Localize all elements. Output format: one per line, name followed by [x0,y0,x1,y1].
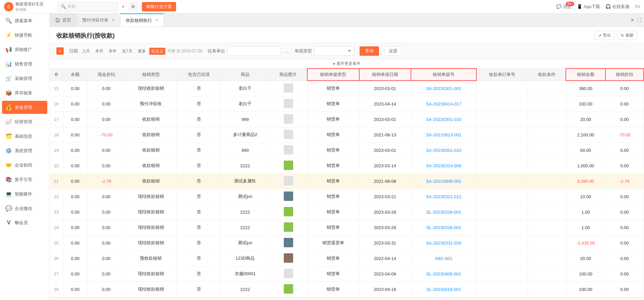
cell-doc-no[interactable]: SL-20230418-001 [411,282,476,297]
cell-doc-no[interactable]: SA-20230414-017 [411,96,476,112]
wechat-icon: 💬 [5,205,12,212]
cell-cash-discount: 0.00 [88,220,125,235]
cell-id: 22 [50,189,63,204]
cell-doc-no[interactable]: SL-20230328-001 [411,204,476,220]
cell-doc-no[interactable]: SA-20230321-012 [411,189,476,204]
voucher-type-label: 单据类型 [294,48,312,54]
settings-filter-button[interactable]: 设置 [384,46,402,56]
sidebar-item-inventory[interactable]: 📦 库存核算 [0,86,49,100]
cell-include-cleared: 否 [176,173,221,189]
quick-nav-icon: ⚡ [5,32,12,38]
message-badge: 99+ [566,2,574,6]
app-download-button[interactable]: 📱 App下载 [577,4,600,10]
cell-doc-no[interactable]: SA-20210813-001 [411,127,476,142]
cell-amount: 333.00 [566,96,605,112]
sidebar-item-label: 搜索菜单 [15,18,32,24]
cell-doc-no[interactable]: SA-20230301-010 [411,112,476,127]
filter-dots[interactable]: ... [283,48,289,54]
cell-doc-no[interactable]: SA-20230301-010 [411,142,476,158]
guide-icon: 📚 [5,176,12,183]
sidebar-item-purchase[interactable]: 🛒 采购管理 [0,71,49,86]
query-button[interactable]: 查询 [360,46,379,56]
cell-include-cleared: 否 [176,142,221,158]
cell-doc-no[interactable]: SL-20230328-002 [411,220,476,235]
voucher-type-select[interactable] [314,46,354,56]
date-opt-custom[interactable]: 自定义 [149,48,165,55]
cell-discount: -70.00 [605,127,644,142]
cell-product-img [269,282,307,297]
tab-prepayment[interactable]: 预付冲应付单 ✕ [77,13,120,27]
cell-order-no [476,96,528,112]
sidebar-item-label: 畅会员 [15,220,28,226]
sidebar-item-operations[interactable]: 📈 经营管理 [0,115,49,129]
sidebar-item-search[interactable]: 🔍 搜索菜单 [0,13,49,28]
cell-doc-type: 销货单 [307,204,359,220]
export-icon: ↗ [598,33,601,38]
search-bar[interactable]: 🔍 搜索 [58,2,118,11]
date-label: 日期 [69,48,78,54]
sidebar-item-quicknav[interactable]: ⚡ 快捷导航 [0,28,49,42]
date-opt-more[interactable]: 更多 [136,48,148,55]
cell-id: 28 [50,282,63,297]
cell-product-img [269,127,307,142]
purchase-icon: 🛒 [5,75,12,82]
col-settings[interactable]: ⚙ [50,69,63,81]
cell-doc-no[interactable]: ABC-001 [411,251,476,266]
date-opt-thisyear[interactable]: 本年 [107,48,119,55]
refresh-button[interactable]: ↻ 刷新 [617,31,637,40]
sidebar-item-guide[interactable]: 📚 新手引导 [0,172,49,187]
sidebar-item-sales[interactable]: 📊 销售管理 [0,57,49,71]
tab-writeoff[interactable]: 收款核销执行 ✕ [120,13,164,27]
cell-cash-discount: 0.00 [88,282,125,297]
sidebar-item-system[interactable]: ⚙️ 系统管理 [0,143,49,158]
message-button[interactable]: 💬 消息 99+ [556,4,572,10]
cell-product-img [269,158,307,173]
inventory-icon: 📦 [5,90,12,96]
online-service-button[interactable]: 🎧 在线客服 [605,4,630,10]
sidebar-item-finance[interactable]: 💰 资金管理 [2,101,47,114]
date-opt-thismonth[interactable]: 本月 [93,48,105,55]
solution-button[interactable]: 体验行业方案 [142,2,176,11]
sidebar-item-hardware[interactable]: 💻 智能硬件 [0,187,49,201]
online-service-label: 在线客服 [612,4,630,10]
cell-order-no [476,142,528,158]
tab-home[interactable]: 🏠 首页 [50,13,77,27]
cell-product-img [269,112,307,127]
sidebar-item-label: 系统管理 [15,148,32,154]
member-icon: V [5,220,12,226]
cell-doc-no[interactable]: SA-20210808-001 [411,173,476,189]
sidebar-item-basic-info[interactable]: 🗂️ 基础信息 [0,129,49,143]
cell-doc-no[interactable]: SA-20230314-008 [411,158,476,173]
col-payment-condition: 收款条件 [528,69,566,81]
cell-include-cleared: 否 [176,158,221,173]
top-bar: 6 畅捷通谱好生意 标准版 🔍 搜索 ▾ ⚙ 体验行业方案 💬 消息 99+ 📱… [0,0,644,13]
close-tab-prepayment[interactable]: ✕ [112,18,115,22]
sidebar-item-collab[interactable]: 🤝 企业协同 [0,158,49,172]
close-window-icon[interactable]: ✕ [631,17,634,23]
sidebar-item-label: 智能硬件 [15,191,32,197]
cell-doc-no[interactable]: SA-20230331-026 [411,235,476,251]
from-unit-input[interactable] [227,46,281,56]
close-tab-writeoff[interactable]: ✕ [155,18,158,23]
cell-doc-type: 销货单 [307,142,359,158]
sidebar-item-marketing[interactable]: 📢 营销推广 [0,42,49,57]
sidebar-item-wechat[interactable]: 💬 企业微信 [0,201,49,216]
sidebar-item-member[interactable]: V 畅会员 [0,216,49,230]
search-placeholder: 搜索 [67,4,75,9]
cell-doc-no[interactable]: SL-20230408-001 [411,266,476,282]
expand-window-icon[interactable]: ⛶ [637,17,641,23]
settings-icon[interactable]: ⚙ [128,2,138,11]
user-avatar[interactable]: Rit [635,4,640,9]
expand-more-button[interactable]: ▾ 展开更多条件 [333,61,361,67]
cell-product: 999 [221,142,269,158]
cell-product: 多计量商品2 [221,127,269,142]
cell-discount: 0.00 [605,158,644,173]
date-opt-7days[interactable]: 近7天 [120,48,135,55]
expand-chevron[interactable]: ▾ [122,4,124,9]
filter-expand-button[interactable]: » [56,47,64,55]
date-opt-lastmonth[interactable]: 上月 [80,48,92,55]
export-button[interactable]: ↗ 导出 [594,31,614,40]
cell-doc-no[interactable]: SA-20230301-001 [411,81,476,96]
cell-discount: 0.00 [605,282,644,297]
col-doc-date: 核销单据日期 [359,69,411,81]
